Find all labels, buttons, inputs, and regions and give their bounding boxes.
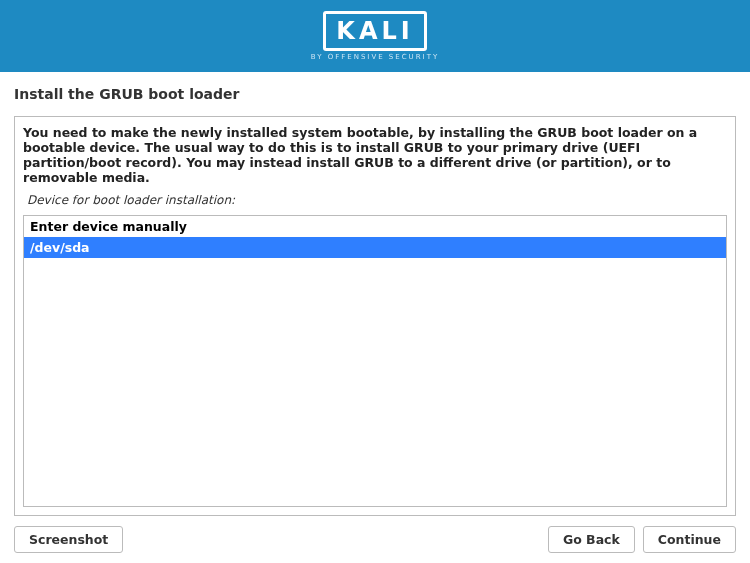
- tagline-text: BY OFFENSIVE SECURITY: [311, 53, 439, 61]
- device-option-sda[interactable]: /dev/sda: [24, 237, 726, 258]
- device-list[interactable]: Enter device manually /dev/sda: [23, 215, 727, 507]
- navigation-buttons: Go Back Continue: [548, 526, 736, 553]
- device-option-manual[interactable]: Enter device manually: [24, 216, 726, 237]
- device-label: Device for boot loader installation:: [23, 193, 727, 207]
- screenshot-button[interactable]: Screenshot: [14, 526, 123, 553]
- installer-panel: You need to make the newly installed sys…: [14, 116, 736, 516]
- main-content: Install the GRUB boot loader You need to…: [0, 72, 750, 516]
- bottom-bar: Screenshot Go Back Continue: [0, 516, 750, 563]
- instruction-text: You need to make the newly installed sys…: [23, 125, 727, 185]
- continue-button[interactable]: Continue: [643, 526, 736, 553]
- logo-text: KALI: [336, 17, 413, 45]
- kali-logo: KALI: [323, 11, 426, 51]
- page-title: Install the GRUB boot loader: [14, 86, 736, 102]
- header-banner: KALI BY OFFENSIVE SECURITY: [0, 0, 750, 72]
- go-back-button[interactable]: Go Back: [548, 526, 635, 553]
